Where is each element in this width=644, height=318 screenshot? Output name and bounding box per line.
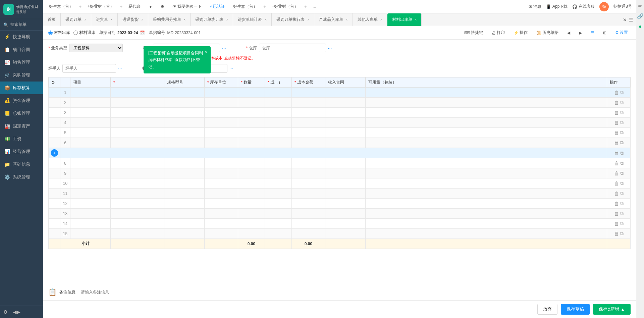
copy-icon[interactable]: ⧉ [620,150,624,156]
sidebar-item-purchase[interactable]: 🛒 采购管理 [0,69,43,82]
copy-row-icon[interactable]: ⧉ [620,100,624,105]
copy-row-icon[interactable]: ⧉ [620,160,624,166]
tab-product-in[interactable]: 产成品入库单 × [314,13,353,26]
sidebar-item-sales[interactable]: 📈 销售管理 [0,56,43,69]
tab-purchase-in[interactable]: 进货单 × [91,13,118,26]
tab-material-out[interactable]: 材料出库单 × [387,13,422,26]
delete-row-icon[interactable]: 🗑 [614,120,619,125]
sidebar-item-system[interactable]: ⚙️ 系统管理 [0,171,43,183]
tab-order-exec[interactable]: 采购订单执行表 × [272,13,314,26]
sidebar-search[interactable]: 🔍 搜索菜单 [0,19,43,31]
tab-close-icon[interactable]: × [111,18,113,21]
close-all-icon[interactable]: ✕ [623,17,627,22]
sidebar-item-assets[interactable]: 🏭 固定资产 [0,120,43,132]
user-name[interactable]: 畅捷通8号 [613,4,632,9]
notes-input[interactable] [81,290,631,295]
income-contract-dots[interactable]: ··· [229,66,233,71]
tab-close-icon[interactable]: × [346,18,348,21]
delete-row-icon[interactable]: 🗑 [614,140,619,146]
handler-input[interactable] [62,64,116,73]
topbar-easy-account[interactable]: 易代账 [126,3,143,10]
tab-other-in[interactable]: 其他入库单 × [353,13,387,26]
nav-prev-btn[interactable]: ◀ [565,30,573,36]
tab-close-icon[interactable]: × [84,18,86,21]
sidebar-item-salary[interactable]: 💵 工资 [0,132,43,145]
copy-row-icon[interactable]: ⧉ [620,231,624,236]
settings-icon[interactable]: ⚙ [3,309,8,315]
add-row-btn[interactable]: + [51,149,58,157]
cell-input[interactable] [111,88,164,97]
tab-close-icon[interactable]: × [265,18,267,21]
operations-btn[interactable]: ⚡ 操作 [511,29,530,37]
online-service-btn[interactable]: 🎧 在线客服 [572,4,595,9]
copy-row-icon[interactable]: ⧉ [620,120,624,125]
app-download-btn[interactable]: 📱 App下载 [546,4,568,9]
delete-row-icon[interactable]: 🗑 [614,181,619,186]
calendar-icon[interactable]: 📅 [140,31,145,35]
tooltip-close-btn[interactable]: × [205,49,207,56]
save-draft-btn[interactable]: 保存草稿 [561,304,590,315]
copy-row-icon[interactable]: ⧉ [620,221,624,226]
radio-return[interactable]: 材料退库 [73,30,95,36]
view-list-btn[interactable]: ☰ [588,30,597,36]
copy-row-icon[interactable]: ⧉ [620,140,624,146]
topbar-good-biz[interactable]: 好生意（首） [47,3,75,10]
copy-row-icon[interactable]: ⧉ [620,170,624,176]
radio-out[interactable]: 材料出库 [48,30,70,36]
discard-btn[interactable]: 放弃 [537,304,557,315]
tab-in-stat[interactable]: 进货单统计表 × [233,13,272,26]
copy-row-icon[interactable]: ⧉ [620,180,624,186]
delete-row-icon[interactable]: 🗑 [614,231,619,236]
tab-purchase-return[interactable]: 进退货货 × [118,13,148,26]
copy-row-icon[interactable]: ⧉ [620,130,624,136]
delete-row-icon[interactable]: 🗑 [614,171,619,176]
user-avatar[interactable]: 畅 [599,2,609,11]
sidebar-item-operation[interactable]: 📊 经营管理 [0,145,43,158]
warehouse-input[interactable] [259,44,326,52]
settings-page-btn[interactable]: ⚙ 设置 [612,29,631,37]
copy-row-icon[interactable]: ⧉ [620,191,624,196]
topbar-experience[interactable]: 👁 我要体验一下 [170,3,204,10]
sidebar-item-finance[interactable]: 💰 资金管理 [0,94,43,107]
quick-key-btn[interactable]: ⌨ 快捷键 [462,29,486,37]
print-btn[interactable]: 🖨 打印 [489,29,507,37]
cell-input[interactable] [70,88,110,97]
collapse-icon[interactable]: ◀▶ [13,309,20,315]
topbar-settings-icon[interactable]: ⚙ [159,4,166,10]
history-btn[interactable]: 📜 历史单据 [534,29,561,37]
business-type-select[interactable]: 工程领料 直接领料 [69,44,123,52]
tab-purchase-stat[interactable]: 采购订单统计表 × [191,13,233,26]
sidebar-shortcut[interactable]: ⚡ 快捷导航 [0,31,43,43]
tab-close-icon[interactable]: × [226,18,228,21]
copy-row-icon[interactable]: ⧉ [620,110,624,115]
project-dots[interactable]: ··· [222,45,226,51]
nav-next-btn[interactable]: ▶ [576,30,585,36]
tab-close-icon[interactable]: × [307,18,309,21]
tab-close-icon[interactable]: × [184,18,186,21]
sidebar-item-basic[interactable]: 📁 基础信息 [0,158,43,171]
warehouse-dots[interactable]: ··· [328,45,332,51]
handler-dots[interactable]: ··· [118,66,122,71]
delete-row-icon[interactable]: 🗑 [614,191,619,196]
message-btn[interactable]: ✉ 消息 [529,4,541,9]
delete-icon[interactable]: 🗑 [614,150,619,156]
tab-close-icon[interactable]: × [141,18,143,21]
delete-row-icon[interactable]: 🗑 [614,211,619,216]
sidebar-item-accounting[interactable]: 📒 总账管理 [0,107,43,120]
sidebar-item-project[interactable]: 📋 项目合同 [0,43,43,56]
right-panel-green-icon[interactable]: ● [639,23,642,30]
copy-row-icon[interactable]: ⧉ [620,201,624,206]
delete-row-icon[interactable]: 🗑 [614,201,619,206]
view-grid-btn[interactable]: ⊞ [600,30,609,36]
tab-purchase-order[interactable]: 采购订单 × [61,13,91,26]
topbar-expand-btn[interactable]: ▼ [147,4,155,10]
save-new-btn[interactable]: 保存&新增 ▲ [593,304,631,315]
delete-row-icon[interactable]: 🗑 [614,100,619,105]
right-panel-edit-icon[interactable]: ✏ [638,3,642,9]
tab-home[interactable]: 首页 [43,13,61,26]
right-panel-link-icon[interactable]: 🔗 [637,13,644,19]
col-settings[interactable]: ⚙ [49,77,60,88]
tab-close-icon[interactable]: × [380,18,382,21]
delete-row-icon[interactable]: 🗑 [614,161,619,166]
delete-row-icon[interactable]: 🗑 [614,221,619,226]
